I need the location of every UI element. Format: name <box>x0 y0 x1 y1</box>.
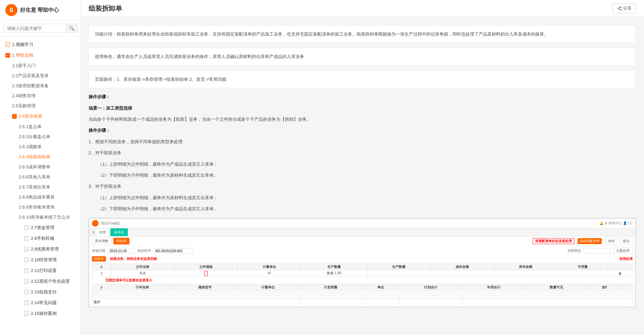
nav-n29-label[interactable]: + 2.9优惠券管理 <box>12 244 80 255</box>
plus-icon: + <box>5 42 10 47</box>
scol-plan-total: 计划合计 <box>399 284 462 291</box>
sidebar-item-n268[interactable]: 2.6.8商品成本重算 <box>19 192 80 202</box>
col-produce-qty2: 生产数量 <box>367 264 431 270</box>
mock-confirm-btn[interactable]: 立案处理 <box>613 247 633 254</box>
plus-icon-n213: + <box>24 290 29 294</box>
mock-tab-neworder[interactable]: 新单据 <box>110 228 128 236</box>
nav-n29-text: 2.9优惠券管理 <box>31 246 59 252</box>
sidebar-item-n265[interactable]: 2.6.5成本调整单 <box>19 162 80 172</box>
nav-n211-text: 2.11打印设置 <box>31 268 57 274</box>
cell-avail <box>557 270 608 277</box>
mock-table-area: # 父件名称 父件规格 计量单位 生产数量 生产数量 成本金额 库存金额 可用量 <box>89 262 635 307</box>
scene1-desc: 当由多个子件材料组装成一个成品的业务为【组装】业务，当由一个父件拆分成多个子产品… <box>89 115 636 123</box>
scol-supp-total: 补用合计 <box>462 284 525 291</box>
main: 组装拆卸单 分享 功能介绍：组装拆卸单用来处理企业组装或拆卸等加工业务，支持有固… <box>80 0 644 335</box>
mock-fields-row: 单据日期 拆卸组号 供货商名 立案处理 <box>89 246 635 256</box>
mock-table-body: 1 关末 件 数量 1.00 🗑 <box>92 270 633 277</box>
step3-1: （1）上部明细为父件明细，最终作为原材料生成其它出库单； <box>98 194 636 202</box>
mock-btn-adjust[interactable]: 库存调整 <box>92 238 111 244</box>
subtable-total-row: 合计 <box>92 299 633 305</box>
col-ops <box>608 264 632 270</box>
nav-n27-label[interactable]: + 2.7资金管理 <box>12 222 80 233</box>
nav-n214-label[interactable]: + 2.14常见问题 <box>12 297 80 308</box>
cell-qty1: 数量 1.00 <box>301 270 367 277</box>
nav-n26-children: 2.6.1盘点单 2.6.2分量盘点单 2.6.3调拨单 2.6.4组装拆卸单 … <box>12 122 80 222</box>
nav-group-video-label[interactable]: + 1.视频学习 <box>0 39 80 50</box>
mock-subtable-body <box>92 291 633 299</box>
nav-n28-label[interactable]: + 2.8手机旺铺 <box>12 233 80 244</box>
mock-table-main: # 父件名称 父件规格 计量单位 生产数量 生产数量 成本金额 库存金额 可用量 <box>92 264 633 277</box>
sidebar-item-n24[interactable]: 2.4销售管理 <box>12 91 80 101</box>
mock-tab-ziying[interactable]: 自营 <box>96 228 110 236</box>
cell-qty2 <box>367 270 431 277</box>
step3-2: （2）下部明细为子件明细，最终作为产成品生成其它入库单。 <box>98 205 636 213</box>
sidebar-item-n264[interactable]: 2.6.4组装拆卸单 <box>19 152 80 162</box>
nav-n210-label[interactable]: + 2.10经营管理 <box>12 255 80 265</box>
sidebar-item-n261[interactable]: 2.6.1盘点单 <box>19 122 80 132</box>
mock-toolbar: 库存调整 拆卸单 有装配清单的在这里处理 选择装配清单 保存 提交 <box>89 236 635 246</box>
nav-n26-label[interactable]: − 2.6库存核算 <box>12 111 80 122</box>
col-cost-amt: 成本金额 <box>431 264 494 270</box>
scol-child-name: 子件名称 <box>111 284 173 291</box>
search-bar: 🔍 <box>0 20 80 37</box>
page-title: 组装拆卸单 <box>89 4 122 13</box>
annotation1-text: 有装配清单的在这里处理 <box>533 238 574 244</box>
sidebar-item-n23[interactable]: 2.3使用前数据准备 <box>12 81 80 91</box>
mock-btn-chaijian[interactable]: 拆卸单 <box>113 238 129 244</box>
plus-icon-n211: + <box>24 268 29 273</box>
intro-box: 功能介绍：组装拆卸单用来处理企业组装或拆卸等加工业务，支持有固定装配清单的产品加… <box>89 25 636 43</box>
col-produce-qty: 生产数量 <box>301 264 367 270</box>
mock-btn-other1[interactable]: 保存 <box>605 238 618 244</box>
search-button[interactable]: 🔍 <box>66 24 78 33</box>
nav-n28-text: 2.8手机旺铺 <box>31 235 54 241</box>
total-val4 <box>462 299 632 305</box>
search-input[interactable] <box>4 24 66 33</box>
annotation1-btn[interactable]: 选择装配清单 <box>578 238 602 244</box>
cell-unit: 件 <box>237 270 301 277</box>
total-val2 <box>362 299 399 305</box>
sidebar-item-n266[interactable]: 2.6.6其他入库单 <box>19 172 80 182</box>
scol-v: 加V <box>588 284 621 291</box>
nav-n213-label[interactable]: + 2.13在线支付 <box>12 287 80 297</box>
mock-btn-other2[interactable]: 提交 <box>620 238 633 244</box>
nav-n215-text: 2.15操作案例 <box>31 311 57 317</box>
mock-subtable: # 子件名称 规格型号 计量单位 计划用量 单位 计划合计 补用合计 数量可见 … <box>92 284 633 305</box>
assembly-input[interactable] <box>154 248 194 254</box>
type-selector[interactable]: 组装▼ <box>92 256 106 262</box>
mock-subtable-header-row: # 子件名称 规格型号 计量单位 计划用量 单位 计划合计 补用合计 数量可见 … <box>92 284 633 291</box>
date-input[interactable] <box>108 248 135 254</box>
nav-n212-label[interactable]: + 2.12系统个性化设置 <box>12 276 80 287</box>
vendor-input[interactable] <box>584 248 610 254</box>
scol-spec: 规格型号 <box>174 284 236 291</box>
mock-table-head: # 父件名称 父件规格 计量单位 生产数量 生产数量 成本金额 库存金额 可用量 <box>92 264 633 270</box>
col-parent-spec: 父件规格 <box>174 264 238 270</box>
scol-plan-qty: 计划用量 <box>299 284 362 291</box>
sidebar-item-n267[interactable]: 2.6.7其他出库单 <box>19 182 80 192</box>
intro-text: 功能介绍：组装拆卸单用来处理企业组装或拆卸等加工业务，支持有固定装配清单的产品加… <box>95 32 548 37</box>
col-hash: # <box>92 264 111 270</box>
plus-icon-n27: + <box>24 225 29 230</box>
scol-unit2: 单位 <box>362 284 399 291</box>
path-box: 页面路径：1、库存核算->库存管理->组装拆卸单 2、首页->常用功能 <box>89 70 636 88</box>
table-row: 1 关末 件 数量 1.00 🗑 <box>92 270 633 277</box>
sidebar-item-n21[interactable]: 2.1新手入门 <box>12 61 80 71</box>
nav-n215-label[interactable]: + 2.15操作案例 <box>12 308 80 319</box>
sidebar-item-n25[interactable]: 2.5采购管理 <box>12 101 80 111</box>
share-label: 分享 <box>623 5 632 11</box>
sidebar-item-n262[interactable]: 2.6.2分量盘点单 <box>19 132 80 142</box>
nav-group-docs-label[interactable]: − 2.帮助文档 <box>0 50 80 61</box>
share-icon <box>617 6 622 11</box>
sidebar-item-n2610[interactable]: 2.6.10库存账本错了怎么办 <box>19 212 80 222</box>
share-button[interactable]: 分享 <box>612 3 636 13</box>
sidebar-item-n263[interactable]: 2.6.3调拨单 <box>19 142 80 152</box>
step2: 2、对于组装业务 <box>89 149 636 157</box>
sidebar-item-n269[interactable]: 2.6.9库存账本查询 <box>19 202 80 212</box>
nav-n211-label[interactable]: + 2.11打印设置 <box>12 265 80 276</box>
nav-docs-text: 2.帮助文档 <box>12 52 33 58</box>
annotation2-row: 组装▼ 组装业务、拆卸业务在这里切换 启用处理 <box>89 256 635 262</box>
step3: 3、对于拆装业务 <box>89 182 636 190</box>
screenshot-container: TEST-H002 🔔 ⚙ 帮助中心 👤 CC ☰ 自营 新单据 库存调整 拆卸… <box>89 218 636 308</box>
total-val1 <box>299 299 362 305</box>
annotation2-text: 组装业务、拆卸业务在这里切换 <box>110 257 157 261</box>
sidebar-item-n22[interactable]: 2.2产品安装及登录 <box>12 71 80 81</box>
